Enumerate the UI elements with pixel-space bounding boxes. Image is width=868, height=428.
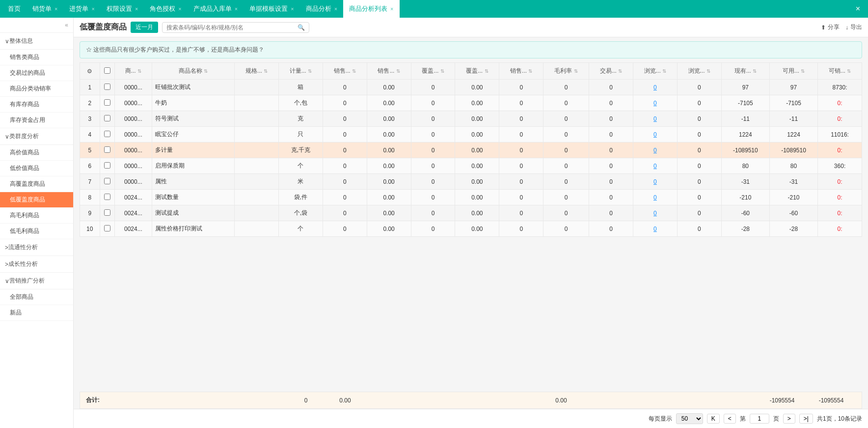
col-coverage2[interactable]: 覆盖... ⇅: [455, 63, 499, 80]
export-button[interactable]: ↓ 导出: [845, 23, 862, 31]
sidebar-item-low-margin[interactable]: 低毛利商品: [0, 224, 73, 239]
cell-view1[interactable]: 0: [633, 111, 678, 127]
col-sales-qty[interactable]: 销售... ⇅: [323, 63, 367, 80]
cell-checkbox[interactable]: [100, 221, 114, 237]
tab-purchase[interactable]: 进货单 ×: [63, 0, 100, 18]
sidebar-section-growth[interactable]: > 成长性分析: [0, 256, 73, 273]
tab-product-warehouse[interactable]: 产成品入库单 ×: [188, 0, 244, 18]
close-tab-template[interactable]: ×: [291, 6, 294, 12]
col-view2[interactable]: 浏览... ⇅: [677, 63, 721, 80]
row-checkbox[interactable]: [104, 84, 110, 90]
row-checkbox[interactable]: [104, 146, 110, 153]
row-checkbox[interactable]: [104, 115, 110, 121]
sidebar-section-cluster[interactable]: ∨ 类群度分析: [0, 128, 73, 145]
cell-view1[interactable]: 0: [633, 190, 678, 205]
cell-checkbox[interactable]: [100, 158, 114, 174]
sidebar-item-low-coverage[interactable]: 低覆盖度商品: [0, 192, 73, 208]
row-checkbox[interactable]: [104, 209, 110, 216]
cell-checkbox[interactable]: [100, 174, 114, 190]
sidebar-header[interactable]: «: [0, 18, 73, 33]
search-icon[interactable]: 🔍: [298, 24, 305, 31]
cell-view1[interactable]: 0: [633, 95, 678, 111]
search-input[interactable]: [166, 24, 296, 31]
col-spec[interactable]: 规格... ⇅: [235, 63, 279, 80]
last-page-button[interactable]: >|: [799, 414, 813, 424]
col-name[interactable]: 商品名称 ⇅: [152, 63, 235, 80]
view1-link[interactable]: 0: [653, 178, 657, 185]
close-tab-product-analysis[interactable]: ×: [334, 6, 337, 12]
col-stock1[interactable]: 现有... ⇅: [721, 63, 769, 80]
cell-view1[interactable]: 0: [633, 158, 678, 174]
tab-sales[interactable]: 销货单 ×: [27, 0, 63, 18]
sidebar-item-all-products[interactable]: 全部商品: [0, 289, 73, 305]
row-checkbox[interactable]: [104, 178, 110, 184]
cell-view1[interactable]: 0: [633, 143, 678, 158]
col-sales3[interactable]: 销售... ⇅: [499, 63, 543, 80]
tab-product-analysis-list[interactable]: 商品分析列表 ×: [343, 0, 399, 18]
cell-checkbox[interactable]: [100, 205, 114, 221]
next-page-button[interactable]: >: [783, 414, 795, 424]
close-tab-sales[interactable]: ×: [54, 6, 57, 12]
row-checkbox[interactable]: [104, 131, 110, 137]
col-sku[interactable]: 商... ⇅: [114, 63, 152, 80]
sidebar-item-new-products[interactable]: 新品: [0, 305, 73, 321]
tab-home[interactable]: 首页: [2, 0, 27, 18]
tab-role[interactable]: 角色授权 ×: [144, 0, 187, 18]
col-sales-amt[interactable]: 销售... ⇅: [367, 63, 411, 80]
sidebar-item-low-value[interactable]: 低价值商品: [0, 161, 73, 176]
col-stock2[interactable]: 可用... ⇅: [769, 63, 817, 80]
cell-checkbox[interactable]: [100, 127, 114, 143]
sidebar-item-high-margin[interactable]: 高毛利商品: [0, 208, 73, 224]
view1-link[interactable]: 0: [653, 147, 657, 154]
col-unit[interactable]: 计量... ⇅: [278, 63, 323, 80]
col-sellable[interactable]: 可销... ⇅: [818, 63, 862, 80]
sidebar-section-liquidity[interactable]: > 流通性分析: [0, 239, 73, 256]
view1-link[interactable]: 0: [653, 84, 657, 91]
sidebar-item-high-value[interactable]: 高价值商品: [0, 145, 73, 161]
select-all-checkbox[interactable]: [104, 67, 110, 74]
row-checkbox[interactable]: [104, 194, 110, 200]
cell-checkbox[interactable]: [100, 143, 114, 158]
col-settings[interactable]: ⚙: [80, 63, 100, 80]
col-coverage1[interactable]: 覆盖... ⇅: [411, 63, 455, 80]
tab-permission[interactable]: 权限设置 ×: [101, 0, 144, 18]
cell-checkbox[interactable]: [100, 80, 114, 95]
sidebar-item-category-turnover[interactable]: 商品分类动销率: [0, 81, 73, 97]
view1-link[interactable]: 0: [653, 115, 657, 122]
row-checkbox[interactable]: [104, 162, 110, 169]
tab-template[interactable]: 单据模板设置 ×: [244, 0, 299, 18]
close-tab-purchase[interactable]: ×: [91, 6, 94, 12]
view1-link[interactable]: 0: [653, 210, 657, 217]
cell-view1[interactable]: 0: [633, 221, 678, 237]
row-checkbox[interactable]: [104, 99, 110, 106]
tab-product-analysis[interactable]: 商品分析 ×: [300, 0, 343, 18]
cell-view1[interactable]: 0: [633, 80, 678, 95]
close-all-tabs[interactable]: ×: [850, 4, 866, 13]
sidebar-item-stock-capital[interactable]: 库存资金占用: [0, 113, 73, 128]
view1-link[interactable]: 0: [653, 131, 657, 138]
close-tab-permission[interactable]: ×: [135, 6, 138, 12]
sidebar-section-marketing[interactable]: ∨ 营销推广分析: [0, 273, 73, 289]
cell-view1[interactable]: 0: [633, 205, 678, 221]
col-checkbox[interactable]: [100, 63, 114, 80]
prev-page-button[interactable]: <: [724, 414, 736, 424]
cell-checkbox[interactable]: [100, 111, 114, 127]
sidebar-item-high-coverage[interactable]: 高覆盖度商品: [0, 176, 73, 192]
view1-link[interactable]: 0: [653, 100, 657, 107]
time-filter-button[interactable]: 近一月: [131, 22, 158, 33]
row-checkbox[interactable]: [104, 225, 110, 231]
cell-view1[interactable]: 0: [633, 174, 678, 190]
sidebar-section-overall[interactable]: ∨ 整体信息: [0, 33, 73, 50]
first-page-button[interactable]: K: [707, 414, 720, 424]
page-input[interactable]: [750, 414, 769, 424]
view1-link[interactable]: 0: [653, 194, 657, 201]
close-tab-role[interactable]: ×: [178, 6, 181, 12]
col-margin[interactable]: 毛利率 ⇅: [543, 63, 589, 80]
close-tab-product-warehouse[interactable]: ×: [235, 6, 238, 12]
sidebar-item-stocked-products[interactable]: 有库存商品: [0, 97, 73, 113]
cell-checkbox[interactable]: [100, 190, 114, 205]
close-tab-product-analysis-list[interactable]: ×: [390, 6, 393, 12]
cell-view1[interactable]: 0: [633, 127, 678, 143]
sidebar-item-traded-products[interactable]: 交易过的商品: [0, 65, 73, 81]
col-trade[interactable]: 交易... ⇅: [589, 63, 633, 80]
